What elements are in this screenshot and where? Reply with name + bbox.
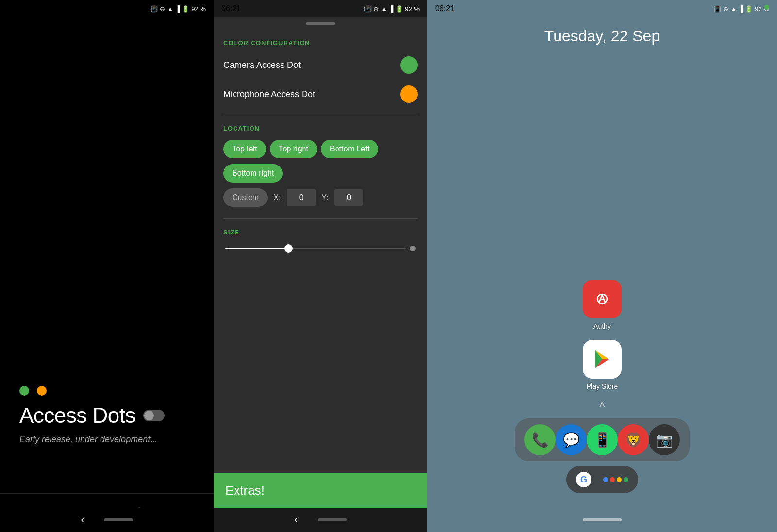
custom-row: Custom X: 0 Y: 0 [223,188,418,207]
nav-bar-1: ‹ [0,508,214,532]
dock-messages-icon[interactable]: 💬 [556,424,587,455]
sheet-handle [214,17,427,30]
size-slider-container [223,246,418,251]
camera-color-label: Camera Access Dot [223,60,301,70]
camera-symbol: 📷 [656,432,673,448]
wifi-icon-3: ▲ [730,5,737,13]
vibrate-icon-2: 📳 [364,5,372,13]
dock-camera-icon[interactable]: 📷 [649,424,680,455]
battery-icon-2: 🔋 [395,5,403,13]
google-dot-red [610,477,615,482]
location-top-right-btn[interactable]: Top right [270,140,317,158]
app-subtitle: Early release, under development... [19,434,194,445]
app-item-authy[interactable]: A Authy [583,280,622,330]
home-pill-2[interactable] [318,518,347,521]
location-custom-btn[interactable]: Custom [223,188,268,207]
phone-symbol: 📞 [532,432,549,448]
google-g-icon: G [576,472,591,487]
google-dot-yellow [617,477,622,482]
dnd-icon-3: ⊖ [723,5,728,13]
panel-access-dots: 06:20 📳 ⊖ ▲ ▐ 🔋 92 % Access Dots Early r… [0,0,214,532]
access-dots-preview [19,386,194,396]
mic-color-row[interactable]: Microphone Access Dot [223,85,418,103]
home-pill-1[interactable] [104,518,133,521]
signal-icon: ▐ [175,5,180,13]
camera-color-row[interactable]: Camera Access Dot [223,56,418,74]
location-top-left-btn[interactable]: Top left [223,140,266,158]
brave-symbol: 🦁 [625,432,642,448]
location-title: LOCATION [223,125,418,132]
vibrate-icon-3: 📳 [713,5,721,13]
home-apps-area: A Authy Play Store [427,65,777,508]
panel-settings: 06:21 📳 ⊖ ▲ ▐ 🔋 92 % COLOR CONFIGURATION… [214,0,427,532]
wifi-icon: ▲ [167,5,173,13]
x-input[interactable]: 0 [287,189,316,206]
vibrate-icon: 📳 [150,5,158,13]
status-time-1: 06:20 [8,4,27,13]
divider-2 [223,218,418,219]
size-slider-thumb[interactable] [284,244,293,253]
app-icon-grid: A Authy Play Store [583,280,622,390]
playstore-label: Play Store [587,382,618,390]
authy-label: Authy [593,322,611,330]
app-item-playstore[interactable]: Play Store [583,340,622,390]
location-buttons-row: Top left Top right Bottom Left [223,140,418,158]
dock-brave-icon[interactable]: 🦁 [618,424,649,455]
location-buttons-row-2: Bottom right [223,164,418,183]
toggle-knob [144,411,154,420]
battery-icon: 🔋 [182,5,189,13]
signal-icon-2: ▐ [389,5,393,13]
swipe-hint: ^ [599,400,605,414]
authy-logo-svg: A [592,289,612,309]
app-title: Access Dots [19,403,135,428]
bottom-dock: 📞 💬 📱 🦁 📷 [515,418,690,461]
main-toggle[interactable] [143,410,165,421]
camera-color-swatch[interactable] [400,56,418,74]
camera-dot-preview [19,386,29,396]
back-button-1[interactable]: ‹ [81,514,84,526]
status-icons-1: 📳 ⊖ ▲ ▐ 🔋 92 % [150,5,206,13]
google-color-dots [603,477,628,482]
size-slider-fill [225,248,288,249]
playstore-logo-svg [591,349,613,370]
size-slider-track[interactable] [225,248,406,249]
app-title-row: Access Dots [19,403,194,428]
extras-label: Extras! [225,483,265,498]
nav-bar-2: ‹ [214,508,427,532]
messages-symbol: 💬 [563,432,580,448]
home-pill-3[interactable] [583,518,622,521]
dnd-icon-2: ⊖ [373,5,379,13]
status-bar-2: 06:21 📳 ⊖ ▲ ▐ 🔋 92 % [214,0,427,17]
battery-icon-3: 🔋 [745,5,753,13]
location-bottom-right-btn[interactable]: Bottom right [223,164,283,183]
nav-bar-3 [427,508,777,532]
color-config-title: COLOR CONFIGURATION [223,39,418,47]
mic-dot-preview [37,386,47,396]
status-time-2: 06:21 [221,4,241,13]
status-bar-1: 06:20 📳 ⊖ ▲ ▐ 🔋 92 % [0,0,214,17]
battery-percent-2: 92 % [405,5,420,13]
date-display: Tuesday, 22 Sep [427,27,777,45]
mic-color-swatch[interactable] [400,85,418,103]
drag-handle[interactable] [306,22,335,25]
whatsapp-symbol: 📱 [594,432,611,448]
back-button-2[interactable]: ‹ [294,514,298,526]
x-label: X: [273,193,281,202]
status-icons-3: 📳 ⊖ ▲ ▐ 🔋 92 % [713,5,769,13]
battery-percent-1: 92 % [191,5,206,13]
signal-icon-3: ▐ [739,5,743,13]
extras-bar[interactable]: Extras! [214,473,427,508]
size-title: SIZE [223,229,418,236]
status-icons-2: 📳 ⊖ ▲ ▐ 🔋 92 % [364,5,420,13]
y-input[interactable]: 0 [334,189,363,206]
divider-1 [223,115,418,115]
status-time-3: 06:21 [435,4,455,13]
google-search-bar[interactable]: G [566,466,638,493]
slider-end-indicator [410,246,416,251]
playstore-icon [583,340,622,379]
google-dot-blue [603,477,608,482]
dock-phone-icon[interactable]: 📞 [524,424,556,455]
dock-whatsapp-icon[interactable]: 📱 [587,424,618,455]
settings-scroll-content: COLOR CONFIGURATION Camera Access Dot Mi… [214,30,427,473]
location-bottom-left-btn[interactable]: Bottom Left [321,140,378,158]
